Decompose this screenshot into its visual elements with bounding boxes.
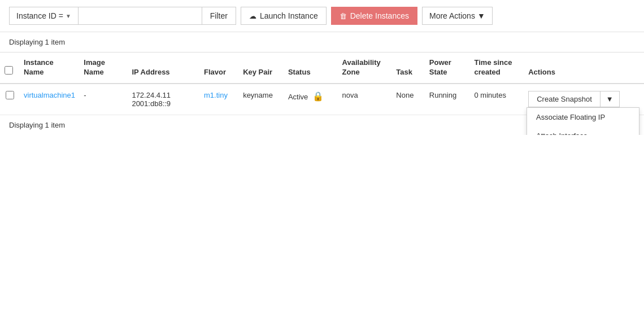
status-icon: 🔒 [312, 91, 324, 102]
select-all-header [0, 53, 19, 84]
filter-input[interactable] [78, 7, 202, 25]
col-instance-name: Instance Name [19, 53, 79, 84]
select-all-checkbox[interactable] [5, 66, 13, 75]
more-actions-button[interactable]: More Actions ▼ [422, 7, 493, 25]
row-checkbox[interactable] [6, 91, 14, 99]
filter-button[interactable]: Filter [202, 7, 236, 25]
action-dropdown-menu: Associate Floating IP Attach Interface D… [526, 107, 639, 135]
chevron-down-icon: ▼ [66, 13, 71, 19]
cell-ip-address: 172.24.4.11 2001:db8::9 [127, 84, 199, 115]
launch-instance-label: Launch Instance [260, 11, 318, 20]
action-dropdown-toggle-button[interactable]: ▼ [600, 91, 620, 107]
col-time-since-created: Time since created [470, 53, 524, 84]
cell-image-name: - [79, 84, 127, 115]
col-flavor: Flavor [199, 53, 238, 84]
col-ip-address: IP Address [127, 53, 199, 84]
flavor-link[interactable]: m1.tiny [204, 91, 228, 99]
launch-instance-button[interactable]: ☁ Launch Instance [241, 7, 327, 25]
displaying-count-top: Displaying 1 item [0, 32, 644, 52]
more-actions-label: More Actions [429, 11, 475, 20]
col-availability-zone: Availability Zone [338, 53, 392, 84]
instances-table: Instance Name Image Name IP Address Flav… [0, 52, 644, 115]
more-actions-chevron-icon: ▼ [477, 11, 485, 20]
cell-task: None [391, 84, 424, 115]
table-row: virtualmachine1 - 172.24.4.11 2001:db8::… [0, 84, 644, 115]
cell-status: Active 🔒 [284, 84, 338, 115]
trash-icon: 🗑 [340, 12, 347, 20]
delete-instances-button[interactable]: 🗑 Delete Instances [331, 7, 417, 25]
cell-key-pair: keyname [238, 84, 284, 115]
toolbar: Instance ID = ▼ Filter ☁ Launch Instance… [0, 0, 644, 32]
filter-group: Instance ID = ▼ Filter [9, 7, 236, 25]
cell-flavor: m1.tiny [199, 84, 238, 115]
action-button-group: Create Snapshot ▼ Associate Floating IP … [528, 91, 639, 107]
col-actions: Actions [524, 53, 644, 84]
instance-id-filter-btn[interactable]: Instance ID = ▼ [9, 7, 78, 25]
menu-item-attach-interface[interactable]: Attach Interface [527, 126, 639, 135]
instance-name-link[interactable]: virtualmachine1 [24, 91, 75, 99]
ip-line2: 2001:db8::9 [132, 99, 171, 108]
cell-availability-zone: nova [338, 84, 392, 115]
cell-power-state: Running [425, 84, 470, 115]
cell-actions: Create Snapshot ▼ Associate Floating IP … [524, 84, 644, 115]
table-header-row: Instance Name Image Name IP Address Flav… [0, 53, 644, 84]
status-text: Active [288, 93, 308, 101]
col-power-state: Power State [425, 53, 470, 84]
col-key-pair: Key Pair [238, 53, 284, 84]
cell-instance-name: virtualmachine1 [19, 84, 79, 115]
cell-time-since-created: 0 minutes [470, 84, 524, 115]
col-image-name: Image Name [79, 53, 127, 84]
instance-id-filter-label: Instance ID = [16, 11, 63, 20]
row-checkbox-cell [0, 84, 19, 115]
delete-instances-label: Delete Instances [350, 11, 409, 20]
ip-line1: 172.24.4.11 [132, 91, 171, 99]
col-task: Task [391, 53, 424, 84]
create-snapshot-button[interactable]: Create Snapshot [528, 91, 600, 107]
menu-item-associate-floating-ip[interactable]: Associate Floating IP [527, 108, 639, 126]
col-status: Status [284, 53, 338, 84]
instances-table-container: Instance Name Image Name IP Address Flav… [0, 52, 644, 115]
cloud-upload-icon: ☁ [249, 12, 256, 20]
